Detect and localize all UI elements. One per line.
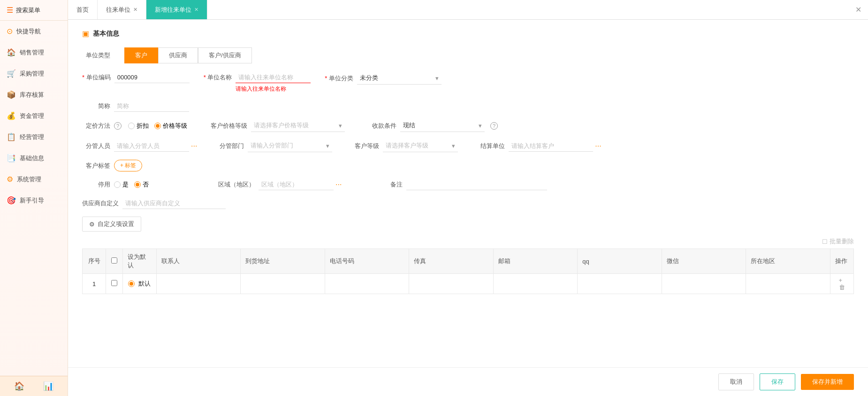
field-manager: 分管人员 ··· <box>82 140 197 152</box>
settlement-unit-input[interactable] <box>509 140 593 152</box>
col-contact: 联系人 <box>156 249 240 274</box>
unit-category-label: 单位分类 <box>325 74 353 83</box>
row-region-input[interactable] <box>751 280 825 287</box>
sidebar-item-finance[interactable]: 💰 资金管理 <box>0 105 68 126</box>
batch-delete-label[interactable]: 批量删除 <box>830 237 854 246</box>
row-wechat-input[interactable] <box>667 280 741 287</box>
row-checkbox <box>106 274 123 294</box>
price-level-select[interactable]: 请选择客户价格等级 ▾ <box>251 119 345 132</box>
sidebar-footer-icon1[interactable]: 🏠 <box>14 381 24 391</box>
row-fax-input[interactable] <box>414 280 488 287</box>
row-qq[interactable] <box>578 274 662 294</box>
save-button[interactable]: 保存 <box>760 373 795 390</box>
field-customer-level: 客户等级 请选择客户等级 ▾ <box>351 140 458 152</box>
row-phone-input[interactable] <box>330 280 404 287</box>
row-address[interactable] <box>241 274 325 294</box>
row-code-name-category: 单位编码 单位名称 请输入往来单位名称 单位分类 未分类 ▾ <box>82 72 854 93</box>
type-btn-both[interactable]: 客户/供应商 <box>198 47 252 63</box>
unit-code-label: 单位编码 <box>82 73 111 82</box>
row-contact[interactable] <box>156 274 240 294</box>
unit-name-input[interactable] <box>236 72 311 83</box>
tab-partners-close[interactable]: ✕ <box>133 7 137 13</box>
row-contact-input[interactable] <box>161 280 236 287</box>
short-name-input[interactable] <box>114 101 189 112</box>
sidebar-item-purchase[interactable]: 🛒 采购管理 <box>0 63 68 84</box>
row-select-checkbox[interactable] <box>111 280 117 286</box>
sidebar-item-basic[interactable]: 📑 基础信息 <box>0 148 68 169</box>
row-supplier-custom: 供应商自定义 <box>82 198 854 209</box>
disabled-no[interactable]: 否 <box>134 180 149 189</box>
disabled-yes[interactable]: 是 <box>114 180 129 189</box>
sidebar-footer-icon2[interactable]: 📊 <box>43 381 53 391</box>
customer-level-label: 客户等级 <box>351 142 379 150</box>
pricing-method-label: 定价方法 <box>82 122 110 130</box>
pricing-option-level[interactable]: 价格等级 <box>154 122 187 130</box>
col-wechat: 微信 <box>662 249 746 274</box>
row-add-btn[interactable]: + <box>839 277 843 284</box>
pricing-radio-group: 折扣 价格等级 <box>128 122 187 130</box>
payment-help-icon[interactable]: ? <box>490 122 498 130</box>
tab-partners[interactable]: 往来单位 ✕ <box>98 0 146 19</box>
tab-home[interactable]: 首页 <box>68 0 98 19</box>
row-wechat[interactable] <box>662 274 746 294</box>
price-level-label: 客户价格等级 <box>211 122 247 130</box>
inventory-icon: 📦 <box>7 90 16 99</box>
tab-bar: 首页 往来单位 ✕ 新增往来单位 ✕ ✕ <box>68 0 868 20</box>
unit-type-label: 单位类型 <box>82 51 110 60</box>
row-region-cell[interactable] <box>746 274 830 294</box>
row-default: 默认 <box>123 274 157 294</box>
row-default-radio[interactable]: 默认 <box>128 280 152 288</box>
type-btn-customer[interactable]: 客户 <box>124 47 158 63</box>
pricing-option-discount[interactable]: 折扣 <box>128 122 149 130</box>
add-tag-button[interactable]: + 标签 <box>114 160 142 171</box>
sidebar: ☰ 搜索菜单 ⊙ 快捷导航 🏠 销售管理 🛒 采购管理 📦 库存核算 💰 资金管… <box>0 0 68 396</box>
supplier-custom-input[interactable] <box>122 198 226 209</box>
sidebar-item-label: 系统管理 <box>17 175 41 184</box>
manager-input[interactable] <box>114 140 189 152</box>
region-input[interactable] <box>259 179 334 190</box>
sidebar-item-quick-nav[interactable]: ⊙ 快捷导航 <box>0 21 68 42</box>
cancel-button[interactable]: 取消 <box>718 373 754 390</box>
row-email[interactable] <box>493 274 577 294</box>
payment-terms-select[interactable]: 现结 ▾ <box>400 119 485 132</box>
unit-code-input[interactable] <box>114 72 190 83</box>
unit-category-value: 未分类 <box>360 74 378 82</box>
customer-level-arrow: ▾ <box>452 142 455 149</box>
guide-icon: 🎯 <box>7 196 16 205</box>
sidebar-item-inventory[interactable]: 📦 库存核算 <box>0 84 68 105</box>
sidebar-search[interactable]: ☰ 搜索菜单 <box>0 0 68 21</box>
custom-settings-button[interactable]: ⚙ 自定义项设置 <box>82 217 141 232</box>
tab-new-partner-close[interactable]: ✕ <box>194 7 198 13</box>
save-new-button[interactable]: 保存并新增 <box>801 374 854 390</box>
department-select[interactable]: 请输入分管部门 ▾ <box>248 140 332 152</box>
row-actions: + 🗑 <box>830 274 853 294</box>
short-name-label: 简称 <box>82 102 110 110</box>
tab-new-partner-label: 新增往来单位 <box>155 6 191 14</box>
select-all-checkbox[interactable] <box>111 257 117 264</box>
search-icon: ☰ <box>7 6 13 15</box>
col-actions: 操作 <box>830 249 853 274</box>
sidebar-item-system[interactable]: ⚙ 系统管理 <box>0 169 68 190</box>
tab-partners-label: 往来单位 <box>106 6 130 14</box>
row-fax[interactable] <box>409 274 493 294</box>
field-customer-tags: 客户标签 + 标签 <box>82 160 185 171</box>
customer-level-select[interactable]: 请选择客户等级 ▾ <box>383 140 458 152</box>
sidebar-footer: 🏠 📊 <box>0 376 68 396</box>
manager-dots-btn[interactable]: ··· <box>191 142 197 150</box>
sidebar-item-operations[interactable]: 📋 经营管理 <box>0 126 68 148</box>
notes-input[interactable] <box>406 179 547 190</box>
pricing-help-icon[interactable]: ? <box>114 122 122 130</box>
sidebar-item-sales[interactable]: 🏠 销售管理 <box>0 42 68 63</box>
type-btn-supplier[interactable]: 供应商 <box>158 47 198 63</box>
row-delete-btn[interactable]: 🗑 <box>839 284 845 291</box>
region-dots-btn[interactable]: ··· <box>335 180 342 189</box>
tab-new-partner[interactable]: 新增往来单位 ✕ <box>146 0 207 19</box>
row-email-input[interactable] <box>498 280 572 287</box>
row-address-input[interactable] <box>245 280 320 287</box>
row-phone[interactable] <box>325 274 409 294</box>
settlement-unit-dots[interactable]: ··· <box>595 142 601 150</box>
sidebar-item-guide[interactable]: 🎯 新手引导 <box>0 190 68 211</box>
close-all-tabs[interactable]: ✕ <box>849 5 868 14</box>
unit-category-select[interactable]: 未分类 ▾ <box>357 72 442 85</box>
row-qq-input[interactable] <box>582 280 657 287</box>
